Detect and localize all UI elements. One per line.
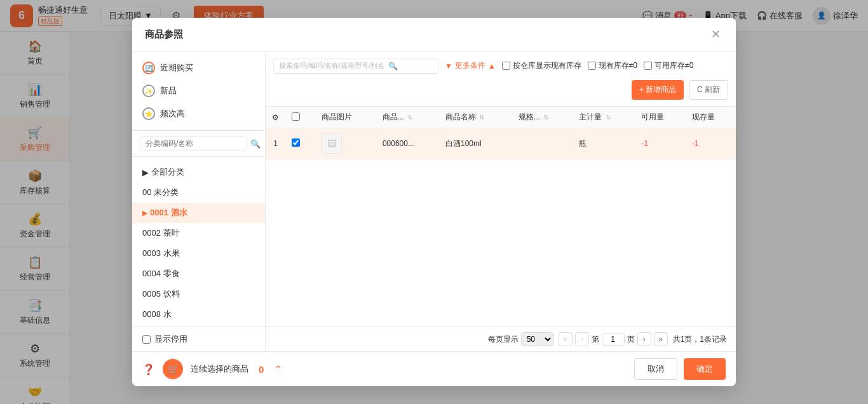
category-liquor[interactable]: ▶ 0001 酒水 [132,203,265,223]
modal-toolbar: 搜索条码/编码/名称/规格型号/别名 🔍 ▼ 更多条件 ▲ 按仓库显示现有库存 [266,51,736,107]
category-all[interactable]: ▶ 全部分类 [132,162,265,182]
next-page-button[interactable]: › [637,332,651,346]
category-fruit[interactable]: 0003 水果 [132,243,265,264]
expand-icon: ▶ [142,168,149,177]
prev-page-button[interactable]: ‹ [575,332,589,346]
category-search-bar: 🔍 [132,131,265,157]
gear-col-icon[interactable]: ⚙ [272,113,279,122]
page-navigation: « ‹ 第 页 › » [559,332,668,346]
add-product-button[interactable]: + 新增商品 [632,80,684,100]
search-icon: 🔍 [388,62,398,71]
sort-name-icon: ⇅ [479,114,484,121]
col-name[interactable]: 商品名称 ⇅ [439,107,512,128]
category-search-input[interactable] [140,136,247,151]
table-row[interactable]: 1 🖼 000600... [266,128,736,159]
product-table: ⚙ 商品图片 商品... ⇅ [266,107,736,159]
modal-close-button[interactable]: ✕ [708,27,723,42]
filter-icon: ▼ [445,62,452,71]
sort-code-icon: ⇅ [407,114,412,121]
tab-recent-purchase[interactable]: 🔄 近期购买 [132,57,265,79]
product-reference-modal: 商品参照 ✕ 🔄 近期购买 ✨ 新品 ⭐ 频次高 [132,18,736,386]
modal-overlay: 商品参照 ✕ 🔄 近期购买 ✨ 新品 ⭐ 频次高 [0,0,868,404]
filter-arrow-icon: ▲ [488,62,496,71]
available-stock-filter: 可用库存≠0 [644,60,693,71]
modal-header: 商品参照 ✕ [132,18,736,51]
category-beverage[interactable]: 0005 饮料 [132,284,265,304]
modal-title: 商品参照 [145,29,183,41]
warehouse-stock-filter: 按仓库显示现有库存 [502,60,581,71]
product-table-wrap: ⚙ 商品图片 商品... ⇅ [266,107,736,327]
per-page-dropdown[interactable]: 50 10 20 100 [521,332,553,346]
row-image-cell: 🖼 [315,128,376,159]
row-unit-cell: 瓶 [573,128,635,159]
recent-icon: 🔄 [142,62,155,74]
cart-count: 0 [259,364,264,375]
display-disabled-area: 显示停用 [132,327,265,351]
cancel-button[interactable]: 取消 [634,358,677,380]
pagination-bar: 每页显示 50 10 20 100 « ‹ 第 页 [266,327,736,351]
col-checkbox [285,107,315,128]
new-icon: ✨ [142,84,155,97]
category-water[interactable]: 0008 水 [132,304,265,325]
select-all-checkbox[interactable] [292,112,300,121]
footer-action-buttons: 取消 确定 [634,358,726,380]
modal-footer: ❓ 🛒 连续选择的商品 0 ⌃ 取消 确定 [132,351,736,386]
col-gear: ⚙ [266,107,285,128]
arrow-icon: ▶ [142,210,147,217]
more-filters-button[interactable]: ▼ 更多条件 ▲ [445,60,496,71]
category-tea[interactable]: 0002 茶叶 [132,223,265,243]
modal-body: 🔄 近期购买 ✨ 新品 ⭐ 频次高 🔍 [132,51,736,351]
modal-right-panel: 搜索条码/编码/名称/规格型号/别名 🔍 ▼ 更多条件 ▲ 按仓库显示现有库存 [266,51,736,351]
refresh-button[interactable]: C 刷新 [689,80,728,100]
display-disabled-label: 显示停用 [154,333,187,345]
modal-left-panel: 🔄 近期购买 ✨ 新品 ⭐ 频次高 🔍 [132,51,266,351]
category-list: ▶ 全部分类 00 未分类 ▶ 0001 酒水 0002 茶叶 0003 水果 [132,157,265,327]
last-page-button[interactable]: » [654,332,668,346]
footer-collapse-button[interactable]: ⌃ [274,363,282,375]
total-info: 共1页，1条记录 [673,334,727,345]
sort-unit-icon: ⇅ [606,114,611,121]
tab-frequent[interactable]: ⭐ 频次高 [132,102,265,125]
row-spec-cell [512,128,573,159]
category-snack[interactable]: 0004 零食 [132,264,265,284]
row-num: 1 [266,128,285,159]
left-tabs: 🔄 近期购买 ✨ 新品 ⭐ 频次高 [132,51,265,131]
row-select-checkbox[interactable] [292,138,300,147]
sort-spec-icon: ⇅ [543,114,548,121]
col-unit[interactable]: 主计量 ⇅ [573,107,635,128]
confirm-button[interactable]: 确定 [684,358,726,380]
row-checkbox-cell [285,128,315,159]
current-stock-checkbox[interactable] [588,62,596,70]
row-stock-cell: -1 [686,128,736,159]
cart-button[interactable]: 🛒 [163,359,183,379]
row-name-cell: 白酒100ml [439,128,512,159]
first-page-button[interactable]: « [559,332,573,346]
category-search-icon[interactable]: 🔍 [250,139,261,149]
row-available-cell: -1 [635,128,685,159]
current-stock-filter: 现有库存≠0 [588,60,637,71]
page-number-input[interactable] [602,333,625,346]
warehouse-stock-checkbox[interactable] [502,62,510,70]
product-search-bar[interactable]: 搜索条码/编码/名称/规格型号/别名 🔍 [273,58,438,74]
image-placeholder-icon: 🖼 [327,138,336,149]
help-icon[interactable]: ❓ [142,363,155,375]
tab-new-products[interactable]: ✨ 新品 [132,79,265,102]
search-placeholder-text: 搜索条码/编码/名称/规格型号/别名 [279,61,384,71]
col-stock: 现存量 [686,107,736,128]
col-code[interactable]: 商品... ⇅ [376,107,439,128]
category-uncategorized[interactable]: 00 未分类 [132,182,265,203]
col-available: 可用量 [635,107,685,128]
display-disabled-checkbox[interactable] [142,335,151,344]
col-image: 商品图片 [315,107,376,128]
cart-label: 连续选择的商品 [191,363,248,375]
available-stock-checkbox[interactable] [644,62,652,70]
frequent-icon: ⭐ [142,107,155,120]
row-code-cell: 000600... [376,128,439,159]
col-spec[interactable]: 规格... ⇅ [512,107,573,128]
product-thumbnail: 🖼 [322,133,342,154]
toolbar-right-buttons: + 新增商品 C 刷新 [632,80,728,100]
per-page-select: 每页显示 50 10 20 100 [488,332,553,346]
